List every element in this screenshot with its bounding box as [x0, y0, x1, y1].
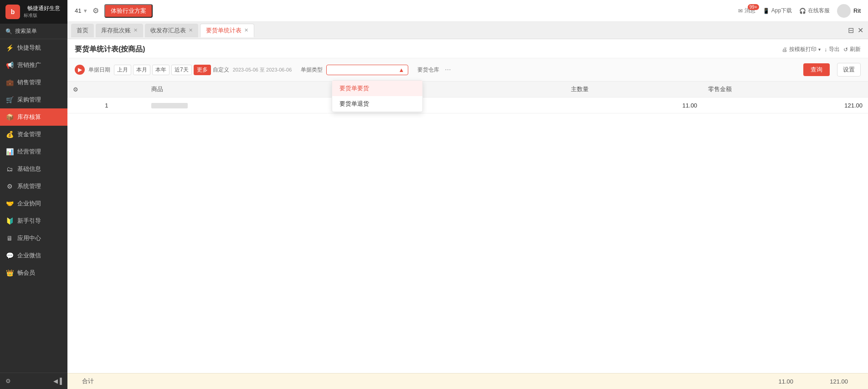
- brand-sub: 标准版: [24, 12, 60, 19]
- sidebar-item-label: 经营管理: [17, 148, 41, 156]
- footer-qty: 11.00: [753, 378, 808, 385]
- main-area: 41 ▾ ⚙ 体验行业方案 ✉ 消息 99+ 📱 App下载 🎧 在线客服 Ri…: [67, 0, 868, 389]
- export-btn[interactable]: ↓ 导出: [824, 46, 840, 53]
- sidebar-item-marketing[interactable]: 📢 营销推广: [0, 56, 67, 74]
- export-icon: ↓: [824, 46, 827, 53]
- date-up-btn[interactable]: 上月: [114, 65, 131, 75]
- col-qty-header: 主数量: [565, 82, 703, 97]
- type-select[interactable]: ▲: [326, 65, 408, 75]
- warehouse-more-btn[interactable]: ···: [445, 66, 451, 74]
- tab-collection-summary[interactable]: 收发存汇总表 ✕: [145, 24, 198, 37]
- date-more-btn[interactable]: 更多: [194, 65, 211, 75]
- data-table: ⚙ 商品 主计量单位 主数量 零售金额 1 块: [67, 82, 868, 113]
- date-month-btn[interactable]: 本月: [133, 65, 150, 75]
- col-settings-icon[interactable]: ⚙: [73, 86, 78, 93]
- refresh-icon: ↺: [843, 46, 848, 53]
- sidebar-item-basic[interactable]: 🗂 基础信息: [0, 160, 67, 178]
- sidebar-item-label: 畅会员: [17, 269, 35, 277]
- table-container: ⚙ 商品 主计量单位 主数量 零售金额 1 块: [67, 82, 868, 373]
- refresh-label: 刷新: [850, 46, 861, 53]
- app-download-btn[interactable]: 📱 App下载: [763, 7, 792, 15]
- search-menu[interactable]: 🔍 搜索菜单: [0, 24, 67, 39]
- tabbar: 首页 库存批次账 ✕ 收发存汇总表 ✕ 要货单统计表 ✕ ⊟ ✕: [67, 22, 868, 39]
- type-label: 单据类型: [301, 66, 323, 74]
- sidebar-item-label: 销售管理: [17, 78, 41, 87]
- app-center-icon: 🖥: [5, 234, 14, 242]
- sidebar-item-quick-nav[interactable]: ⚡ 快捷导航: [0, 39, 67, 56]
- tabbar-expand-btn[interactable]: ⊟: [847, 25, 855, 36]
- table-footer: 合计 11.00 121.00: [67, 373, 868, 389]
- sidebar-collapse-icon[interactable]: ◀▐: [53, 378, 62, 384]
- date-custom-btn[interactable]: 自定义: [213, 66, 229, 74]
- messages-badge: 99+: [748, 4, 759, 10]
- sidebar-item-wechat[interactable]: 💬 企业微信: [0, 247, 67, 264]
- date-7days-btn[interactable]: 近7天: [171, 65, 192, 75]
- sidebar-item-label: 资金管理: [17, 130, 41, 138]
- dropdown-item-requisition-return[interactable]: 要货单退货: [332, 96, 422, 112]
- sidebar-item-purchase[interactable]: 🛒 采购管理: [0, 91, 67, 108]
- tab-inventory-batch[interactable]: 库存批次账 ✕: [96, 24, 143, 37]
- tab-collection-summary-label: 收发存汇总表: [150, 26, 186, 35]
- print-label: 按模板打印: [789, 46, 817, 53]
- basic-icon: 🗂: [5, 165, 14, 173]
- sidebar-item-app-center[interactable]: 🖥 应用中心: [0, 230, 67, 247]
- tab-requisition-stats[interactable]: 要货单统计表 ✕: [200, 24, 254, 37]
- sidebar-item-guide[interactable]: 🔰 新手引导: [0, 212, 67, 230]
- sidebar-item-inventory[interactable]: 📦 库存核算: [0, 108, 67, 126]
- sidebar-item-vip[interactable]: 👑 畅会员: [0, 264, 67, 282]
- sidebar-item-label: 新手引导: [17, 217, 41, 225]
- refresh-btn[interactable]: ↺ 刷新: [843, 46, 861, 53]
- tab-requisition-stats-close[interactable]: ✕: [244, 27, 248, 33]
- sidebar-item-label: 企业协同: [17, 200, 41, 208]
- sidebar-item-finance[interactable]: 💰 资金管理: [0, 126, 67, 143]
- sidebar-item-label: 营销推广: [17, 61, 41, 69]
- quick-nav-icon: ⚡: [5, 44, 14, 52]
- user-area[interactable]: Rit: [837, 4, 861, 18]
- finance-icon: 💰: [5, 130, 14, 138]
- vip-icon: 👑: [5, 269, 14, 277]
- sidebar-item-system[interactable]: ⚙ 系统管理: [0, 178, 67, 195]
- col-amount-header: 零售金额: [703, 82, 868, 97]
- settings-filter-btn[interactable]: 设置: [837, 63, 861, 77]
- tab-home[interactable]: 首页: [71, 24, 94, 37]
- trial-btn[interactable]: 体验行业方案: [104, 4, 153, 18]
- enterprise-icon: 🤝: [5, 200, 14, 208]
- messages-icon: ✉: [738, 8, 743, 14]
- sidebar-item-enterprise[interactable]: 🤝 企业协同: [0, 195, 67, 212]
- date-quick-btns: 上月 本月 本年 近7天 更多 自定义: [114, 65, 229, 75]
- filter-expand-btn[interactable]: ▶: [75, 65, 85, 75]
- company-selector[interactable]: 41 ▾: [75, 7, 87, 14]
- table-header-row: ⚙ 商品 主计量单位 主数量 零售金额: [67, 82, 868, 97]
- print-icon: 🖨: [782, 46, 787, 53]
- app-download-icon: 📱: [763, 8, 770, 14]
- print-arrow-icon: ▾: [818, 47, 821, 52]
- purchase-icon: 🛒: [5, 96, 14, 104]
- tab-requisition-stats-label: 要货单统计表: [206, 26, 241, 35]
- date-label: 单据日期: [88, 66, 110, 74]
- col-settings-header[interactable]: ⚙: [67, 82, 146, 97]
- tab-collection-summary-close[interactable]: ✕: [189, 27, 193, 33]
- print-btn[interactable]: 🖨 按模板打印 ▾: [782, 46, 821, 53]
- messages-btn[interactable]: ✉ 消息 99+: [738, 7, 755, 15]
- dropdown-item-requisition-order[interactable]: 要货单要货: [332, 81, 422, 96]
- sidebar-settings-icon[interactable]: ⚙: [5, 378, 11, 384]
- sidebar-item-operation[interactable]: 📊 经营管理: [0, 143, 67, 160]
- tabbar-controls: ⊟ ✕: [847, 25, 864, 36]
- date-range-text: 2023-05-06 至 2023-06-06: [233, 67, 292, 73]
- product-placeholder: [151, 103, 188, 108]
- page-title: 要货单统计表(按商品): [75, 45, 145, 54]
- footer-amount: 121.00: [808, 378, 863, 385]
- online-service-label: 在线客服: [808, 7, 830, 15]
- company-dropdown-icon: ▾: [84, 7, 87, 14]
- tab-inventory-batch-close[interactable]: ✕: [134, 27, 138, 33]
- tabbar-close-all-btn[interactable]: ✕: [857, 25, 864, 36]
- date-year-btn[interactable]: 本年: [152, 65, 169, 75]
- cell-qty: 11.00: [565, 97, 703, 113]
- query-btn[interactable]: 查询: [803, 63, 830, 76]
- tab-home-label: 首页: [77, 26, 88, 35]
- topbar-settings-icon[interactable]: ⚙: [92, 6, 99, 15]
- online-service-btn[interactable]: 🎧 在线客服: [799, 7, 830, 15]
- sidebar-item-sales[interactable]: 💼 销售管理: [0, 74, 67, 91]
- brand-name: 畅捷通好生意: [27, 5, 60, 12]
- type-select-arrow: ▲: [398, 67, 404, 73]
